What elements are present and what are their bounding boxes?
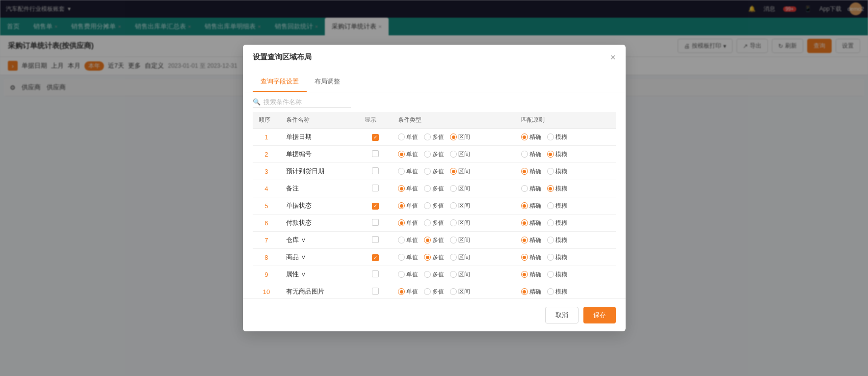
tab-layout-adjust[interactable]: 布局调整 xyxy=(307,74,348,92)
settings-dialog: 设置查询区域布局 × 查询字段设置 布局调整 🔍 顺序 xyxy=(243,45,626,100)
dialog-close-button[interactable]: × xyxy=(610,53,616,62)
search-icon: 🔍 xyxy=(253,98,261,100)
dialog-header: 设置查询区域布局 × xyxy=(243,45,626,68)
tab-query-fields[interactable]: 查询字段设置 xyxy=(253,74,307,92)
dialog-search: 🔍 xyxy=(243,92,626,100)
dialog-title: 设置查询区域布局 xyxy=(253,53,312,62)
search-input[interactable] xyxy=(263,98,342,100)
dialog-overlay: 设置查询区域布局 × 查询字段设置 布局调整 🔍 顺序 xyxy=(0,0,868,100)
dialog-tabs: 查询字段设置 布局调整 xyxy=(243,68,626,92)
search-wrap: 🔍 xyxy=(253,98,351,100)
